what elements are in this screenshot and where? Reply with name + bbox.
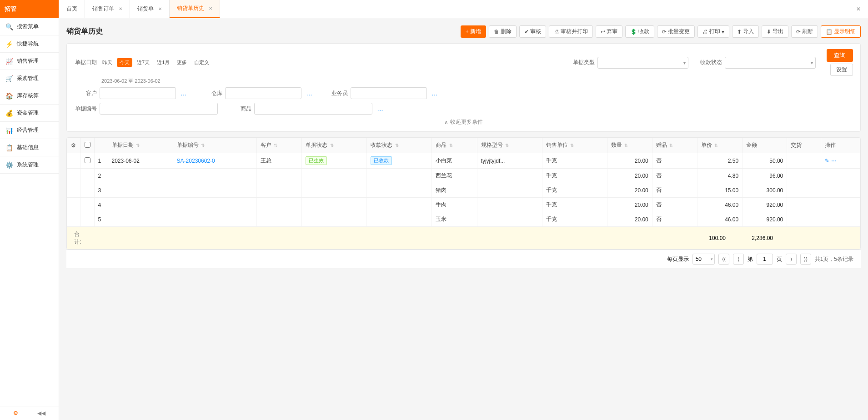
close-sales-order-tab[interactable]: ✕ — [119, 6, 122, 11]
page-title: 销货单历史 — [66, 27, 103, 36]
sidebar-collapse-icon[interactable]: ◀◀ — [37, 410, 45, 416]
new-button[interactable]: + 新增 — [461, 25, 486, 38]
refresh-button[interactable]: ⟳ 刷新 — [791, 25, 818, 38]
print-button[interactable]: 🖨 打印 ▾ — [697, 25, 729, 38]
sidebar-item-inventory[interactable]: 🏠 库存核算 — [0, 87, 59, 105]
staff-input[interactable] — [351, 87, 427, 99]
chart-icon: 📈 — [5, 58, 13, 65]
sidebar-item-sys-mgmt[interactable]: ⚙️ 系统管理 — [0, 156, 59, 174]
col-doc-status[interactable]: 单据状态 ⇅ — [302, 138, 367, 153]
filter-row-2: 客户 … 仓库 … 业务员 … — [74, 87, 853, 99]
tab-sales-order[interactable]: 销售订单 ✕ — [85, 0, 130, 18]
filter-collapse-row: ∧ 收起更多条件 — [74, 118, 853, 126]
audit-button[interactable]: ✔ 审核 — [519, 25, 546, 38]
date-tab-yesterday[interactable]: 昨天 — [100, 58, 115, 67]
cell-payment-status — [367, 198, 432, 212]
col-doc-no[interactable]: 单据编号 ⇅ — [173, 138, 257, 153]
page-first-btn[interactable]: ⟨⟨ — [718, 254, 729, 265]
tab-sales-delivery[interactable]: 销货单 ✕ — [130, 0, 170, 18]
cell-amount: 920.00 — [743, 198, 787, 212]
collect-button[interactable]: 💲 收款 — [625, 25, 654, 38]
tab-home[interactable]: 首页 — [59, 0, 85, 18]
col-qty[interactable]: 数量 ⇅ — [607, 138, 652, 153]
customer-input[interactable] — [100, 87, 176, 99]
col-doc-date[interactable]: 单据日期 ⇅ — [108, 138, 173, 153]
doc-no-link[interactable]: SA-20230602-0 — [177, 158, 215, 164]
audit-print-button[interactable]: 🖨 审核并打印 — [549, 25, 593, 38]
cell-row-num: 5 — [94, 212, 108, 227]
sidebar-item-finance[interactable]: 💰 资金管理 — [0, 105, 59, 122]
sidebar-item-quick-nav[interactable]: ⚡ 快捷导航 — [0, 35, 59, 53]
export-button[interactable]: ⬇ 导出 — [762, 25, 788, 38]
col-gift[interactable]: 赠品 ⇅ — [652, 138, 697, 153]
col-spec[interactable]: 规格型号 ⇅ — [477, 138, 542, 153]
collapse-icon: ∧ — [444, 119, 448, 125]
warehouse-input[interactable] — [225, 87, 301, 99]
cell-goods: 玉米 — [432, 212, 477, 227]
close-sales-delivery-tab[interactable]: ✕ — [158, 6, 162, 11]
data-table: ⚙ 单据日期 ⇅ 单据编号 ⇅ 客户 ⇅ 单据状态 ⇅ 收款状态 ⇅ 商品 ⇅ … — [67, 138, 860, 227]
cell-trade — [787, 169, 821, 183]
warehouse-ellipsis[interactable]: … — [304, 89, 314, 98]
cell-qty: 20.00 — [607, 212, 652, 227]
date-tab-7days[interactable]: 近7天 — [134, 58, 152, 67]
show-details-button[interactable]: 📋 显示明细 — [821, 25, 861, 38]
nav-close-all[interactable]: ✕ — [856, 6, 861, 12]
sidebar-item-search-menu[interactable]: 🔍 搜索菜单 — [0, 18, 59, 35]
doc-no-input[interactable] — [100, 103, 218, 115]
batch-change-button[interactable]: ⟳ 批量变更 — [657, 25, 695, 38]
select-all-checkbox[interactable] — [85, 142, 90, 148]
doc-type-select[interactable] — [597, 57, 688, 69]
col-customer[interactable]: 客户 ⇅ — [257, 138, 302, 153]
delete-button[interactable]: 🗑 删除 — [489, 25, 517, 38]
sidebar-item-purchase-mgmt[interactable]: 🛒 采购管理 — [0, 70, 59, 87]
col-goods[interactable]: 商品 ⇅ — [432, 138, 477, 153]
page-number-input[interactable] — [757, 254, 773, 265]
sidebar-settings-icon[interactable]: ⚙ — [13, 410, 18, 416]
abandon-button[interactable]: ↩ 弃审 — [596, 25, 622, 38]
collapse-button[interactable]: ∧ 收起更多条件 — [444, 118, 483, 126]
page-next-btn[interactable]: ⟩ — [786, 254, 797, 265]
payment-status-select[interactable] — [725, 57, 816, 69]
date-tab-today[interactable]: 今天 — [117, 58, 132, 67]
date-tab-more[interactable]: 更多 — [174, 58, 190, 67]
cell-qty: 20.00 — [607, 198, 652, 212]
date-tab-custom[interactable]: 自定义 — [191, 58, 212, 67]
goods-input[interactable] — [254, 103, 372, 115]
staff-ellipsis[interactable]: … — [430, 89, 440, 98]
date-range-display: 2023-06-02 至 2023-06-02 — [100, 78, 853, 85]
cell-gift: 否 — [652, 169, 697, 183]
page-last-btn[interactable]: ⟩⟩ — [800, 254, 811, 265]
goods-ellipsis[interactable]: … — [375, 104, 385, 113]
total-qty: 100.00 — [707, 235, 744, 241]
col-settings[interactable]: ⚙ — [67, 138, 80, 153]
import-button[interactable]: ⬆ 导入 — [732, 25, 759, 38]
cell-spec — [477, 198, 542, 212]
setting-button[interactable]: 设置 — [830, 64, 853, 76]
col-unit[interactable]: 销售单位 ⇅ — [542, 138, 607, 153]
more-action-btn[interactable]: ⋯ — [831, 158, 837, 164]
col-price[interactable]: 单价 ⇅ — [697, 138, 743, 153]
sidebar-item-operations[interactable]: 📊 经营管理 — [0, 122, 59, 139]
query-button[interactable]: 查询 — [827, 49, 853, 62]
page-prev-btn[interactable]: ⟨ — [733, 254, 744, 265]
page-header: 销货单历史 + 新增 🗑 删除 ✔ 审核 🖨 审核并打印 ↩ 弃审 — [66, 25, 861, 38]
tab-sales-history[interactable]: 销货单历史 ✕ — [170, 0, 220, 18]
sidebar-item-sales-mgmt[interactable]: 📈 销售管理 — [0, 53, 59, 70]
filter-doc-no: 单据编号 — [74, 103, 218, 115]
col-payment-status[interactable]: 收款状态 ⇅ — [367, 138, 432, 153]
per-page-select[interactable]: 50 100 200 — [692, 254, 715, 265]
edit-action-btn[interactable]: ✎ — [825, 158, 829, 164]
close-sales-history-tab[interactable]: ✕ — [209, 6, 212, 11]
cell-gift: 否 — [652, 183, 697, 198]
sidebar-item-basic-info[interactable]: 📋 基础信息 — [0, 139, 59, 156]
cell-amount: 96.00 — [743, 169, 787, 183]
date-tab-1month[interactable]: 近1月 — [154, 58, 172, 67]
cell-price: 2.50 — [697, 153, 743, 169]
sidebar-item-label: 基础信息 — [17, 144, 39, 151]
row-checkbox[interactable] — [85, 157, 90, 163]
sort-doc-date-icon: ⇅ — [136, 143, 140, 148]
filter-row-3: 单据编号 商品 … — [74, 103, 853, 115]
cell-goods: 猪肉 — [432, 183, 477, 198]
customer-ellipsis[interactable]: … — [179, 89, 189, 98]
